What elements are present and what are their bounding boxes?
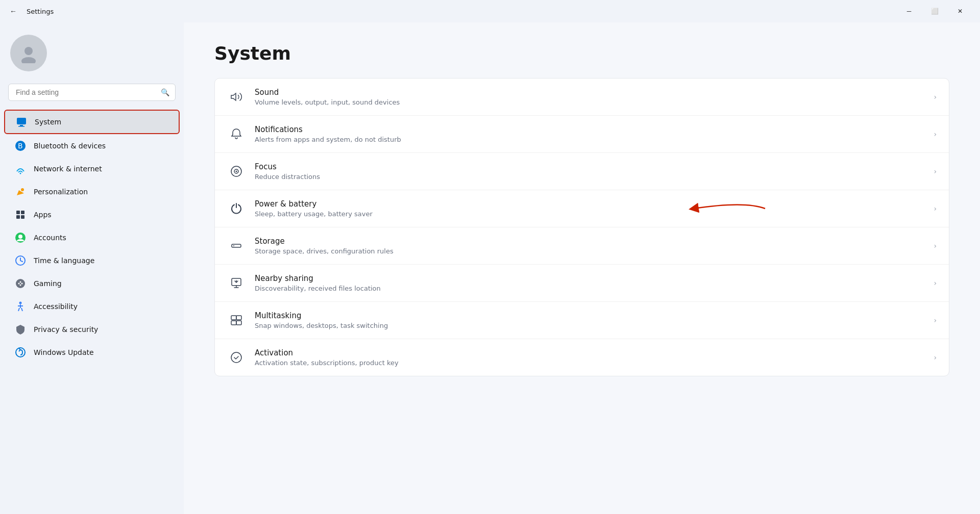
page-title: System (214, 43, 949, 64)
settings-text-focus: Focus Reduce distractions (255, 162, 934, 181)
title-bar-left: ← Settings (6, 4, 54, 18)
nav-label-bluetooth: Bluetooth & devices (34, 142, 106, 150)
svg-text:B: B (18, 142, 23, 150)
close-button[interactable]: ✕ (948, 3, 972, 19)
sidebar-item-network[interactable]: Network & internet (4, 158, 180, 180)
svg-rect-33 (231, 316, 236, 320)
sidebar-item-apps[interactable]: Apps (4, 203, 180, 226)
settings-desc-sound: Volume levels, output, input, sound devi… (255, 98, 934, 106)
svg-rect-30 (232, 244, 241, 247)
settings-text-notifications: Notifications Alerts from apps and syste… (255, 125, 934, 143)
minimize-button[interactable]: ─ (897, 3, 921, 19)
back-button[interactable]: ← (6, 4, 20, 18)
settings-item-storage[interactable]: Storage Storage space, drives, configura… (215, 227, 949, 265)
settings-title-sound: Sound (255, 88, 934, 97)
settings-text-activation: Activation Activation state, subscriptio… (255, 348, 934, 367)
svg-point-19 (20, 281, 21, 283)
chevron-icon-power: › (934, 204, 937, 213)
settings-desc-multitasking: Snap windows, desktops, task switching (255, 322, 934, 329)
svg-rect-10 (21, 211, 24, 214)
svg-point-8 (21, 188, 24, 191)
sidebar-item-bluetooth[interactable]: B Bluetooth & devices (4, 135, 180, 157)
search-box[interactable]: 🔍 (8, 84, 176, 101)
sidebar-item-privacy[interactable]: Privacy & security (4, 318, 180, 341)
search-input[interactable] (8, 84, 176, 101)
sidebar-item-gaming[interactable]: Gaming (4, 272, 180, 295)
chevron-icon-focus: › (934, 167, 937, 175)
title-bar: ← Settings ─ ⬜ ✕ (0, 0, 980, 22)
svg-point-17 (18, 283, 20, 285)
svg-rect-36 (236, 321, 241, 325)
sidebar-item-time[interactable]: Time & language (4, 249, 180, 272)
navigation-list: System B Bluetooth & devices Network & i… (0, 109, 184, 364)
sidebar-item-accessibility[interactable]: Accessibility (4, 295, 180, 318)
settings-title-focus: Focus (255, 162, 934, 171)
settings-icon-sound (227, 88, 246, 106)
settings-title-activation: Activation (255, 348, 934, 357)
nav-icon-apps (14, 209, 27, 221)
settings-item-focus[interactable]: Focus Reduce distractions › (215, 153, 949, 190)
content-area: System Sound Volume levels, output, inpu… (184, 22, 980, 514)
settings-text-power: Power & battery Sleep, battery usage, ba… (255, 199, 934, 218)
app-title: Settings (27, 8, 54, 15)
settings-title-multitasking: Multitasking (255, 311, 934, 320)
settings-desc-activation: Activation state, subscriptions, product… (255, 359, 934, 367)
settings-desc-power: Sleep, battery usage, battery saver (255, 210, 934, 218)
nav-icon-network (14, 163, 27, 175)
avatar (10, 35, 47, 71)
nav-label-time: Time & language (34, 256, 94, 265)
sidebar: 🔍 System B Bluetooth & devices Network &… (0, 22, 184, 514)
nav-icon-time (14, 254, 27, 267)
sidebar-item-accounts[interactable]: Accounts (4, 226, 180, 249)
settings-text-sound: Sound Volume levels, output, input, soun… (255, 88, 934, 106)
nav-label-windowsupdate: Windows Update (34, 348, 94, 356)
settings-item-nearby[interactable]: Nearby sharing Discoverability, received… (215, 265, 949, 302)
settings-item-power[interactable]: Power & battery Sleep, battery usage, ba… (215, 190, 949, 227)
nav-icon-bluetooth: B (14, 140, 27, 152)
svg-point-31 (233, 245, 234, 246)
nav-icon-windowsupdate (14, 346, 27, 358)
nav-label-personalization: Personalization (34, 188, 88, 196)
nav-icon-personalization (14, 186, 27, 198)
settings-desc-notifications: Alerts from apps and system, do not dist… (255, 136, 934, 143)
nav-label-privacy: Privacy & security (34, 325, 98, 333)
nav-icon-privacy (14, 323, 27, 336)
sidebar-item-personalization[interactable]: Personalization (4, 181, 180, 203)
nav-label-network: Network & internet (34, 165, 102, 173)
nav-icon-accounts (14, 232, 27, 244)
svg-point-1 (21, 57, 36, 63)
search-icon: 🔍 (161, 88, 169, 96)
nav-label-system: System (35, 118, 61, 126)
settings-desc-focus: Reduce distractions (255, 173, 934, 181)
svg-point-7 (20, 173, 21, 174)
user-profile[interactable] (0, 27, 184, 84)
chevron-icon-storage: › (934, 242, 937, 250)
chevron-icon-sound: › (934, 93, 937, 101)
nav-icon-gaming (14, 277, 27, 290)
window-controls: ─ ⬜ ✕ (897, 3, 972, 19)
chevron-icon-notifications: › (934, 130, 937, 138)
chevron-icon-nearby: › (934, 279, 937, 287)
settings-icon-focus (227, 162, 246, 181)
sidebar-item-windowsupdate[interactable]: Windows Update (4, 341, 180, 364)
maximize-button[interactable]: ⬜ (923, 3, 946, 19)
svg-rect-9 (16, 211, 20, 214)
settings-icon-storage (227, 237, 246, 255)
svg-rect-3 (20, 125, 23, 126)
chevron-icon-activation: › (934, 353, 937, 362)
settings-text-storage: Storage Storage space, drives, configura… (255, 237, 934, 255)
settings-title-power: Power & battery (255, 199, 934, 209)
svg-point-29 (236, 171, 237, 172)
svg-rect-35 (231, 321, 236, 325)
settings-text-multitasking: Multitasking Snap windows, desktops, tas… (255, 311, 934, 329)
svg-rect-11 (16, 215, 20, 219)
settings-icon-notifications (227, 125, 246, 143)
settings-item-activation[interactable]: Activation Activation state, subscriptio… (215, 339, 949, 376)
settings-item-notifications[interactable]: Notifications Alerts from apps and syste… (215, 116, 949, 153)
svg-rect-34 (236, 316, 241, 320)
sidebar-item-system[interactable]: System (4, 110, 180, 134)
settings-item-multitasking[interactable]: Multitasking Snap windows, desktops, tas… (215, 302, 949, 339)
svg-rect-2 (17, 118, 26, 124)
settings-text-nearby: Nearby sharing Discoverability, received… (255, 274, 934, 292)
settings-item-sound[interactable]: Sound Volume levels, output, input, soun… (215, 79, 949, 116)
